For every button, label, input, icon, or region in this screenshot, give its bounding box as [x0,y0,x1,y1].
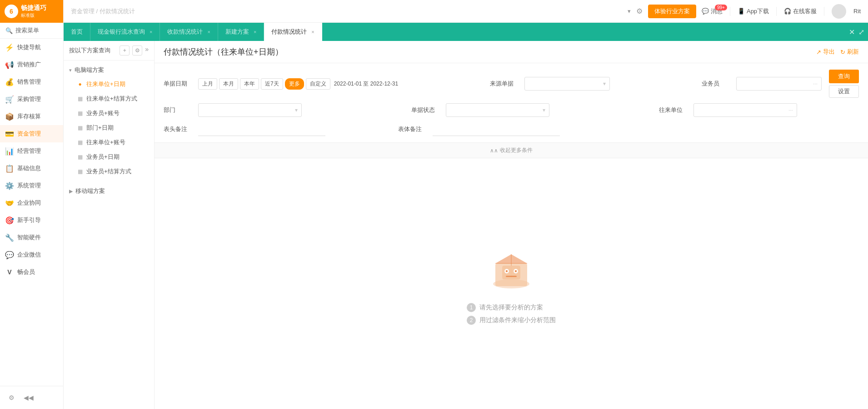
last-month-btn[interactable]: 上月 [198,78,217,90]
sales-icon: 💰 [5,78,14,86]
scheme-settings-btn[interactable]: ⚙ [132,45,142,56]
scheme-table-icon-1: ▦ [76,95,84,102]
main-area: 资金管理 / 付款情况统计 ▾ ⚙ 体验行业方案 💬 消息 99+ 📱 App下… [64,0,868,409]
filter-row-2: 部门 ▾ 单据状态 ▾ 往来单位 ··· [164,103,859,117]
tab-receipt-close[interactable]: × [207,29,210,35]
export-btn[interactable]: ↗ 导出 [816,48,835,56]
page-header-actions: ↗ 导出 ↻ 刷新 [816,48,859,56]
guide-icon: 🎯 [5,216,14,224]
sidebar-item-quick-nav[interactable]: ⚡ 快捷导航 [0,39,63,56]
svg-point-8 [506,270,508,272]
empty-svg [484,243,539,298]
note-header-label: 表头备注 [164,125,191,133]
sidebar-item-company[interactable]: 🤝 企业协同 [0,194,63,212]
salesman-ellipsis-icon: ··· [813,81,818,87]
topbar-dropdown[interactable]: ▾ [628,8,631,15]
custom-btn[interactable]: 自定义 [306,78,330,90]
scheme-item-counterpart-date[interactable]: ● 往来单位+日期 [64,77,154,91]
counterpart-select[interactable]: ··· [693,103,797,117]
mobile-group-label: 移动端方案 [75,187,105,195]
settings-btn[interactable]: 设置 [829,85,859,98]
this-year-btn[interactable]: 本年 [240,78,259,90]
sidebar-item-basic[interactable]: 📋 基础信息 [0,160,63,177]
scheme-item-counterpart-account[interactable]: ▦ 往来单位+账号 [64,135,154,150]
collapse-icon: ∧∧ [490,147,498,154]
sidebar-item-guide[interactable]: 🎯 新手引导 [0,212,63,229]
basic-icon: 📋 [5,164,14,172]
tab-payment[interactable]: 付款情况统计 × [264,23,322,41]
scheme-group-mobile-title[interactable]: ▶ 移动端方案 [64,184,154,198]
service-btn[interactable]: 🎧 在线客服 [784,7,817,15]
tab-home[interactable]: 首页 [64,23,90,41]
topbar-gear-btn[interactable]: ⚙ [636,7,643,15]
app-download-btn[interactable]: 📱 App下载 [738,7,769,15]
tab-expand-btn[interactable]: ⤢ [858,28,864,36]
scheme-item-label-4: 往来单位+账号 [86,138,125,146]
topbar-breadcrumb: 资金管理 / 付款情况统计 [71,7,622,15]
user-name[interactable]: Rit [853,8,861,15]
note-body-input[interactable] [433,122,560,136]
divider-2 [776,7,777,16]
sidebar-item-marketing[interactable]: 📢 营销推广 [0,56,63,73]
tab-payment-close[interactable]: × [311,29,314,35]
tab-close-all-btn[interactable]: ✕ [849,28,855,36]
sidebar-item-inventory[interactable]: 📦 库存核算 [0,108,63,125]
app-icon: 📱 [738,8,745,15]
query-btn[interactable]: 查询 [829,70,859,83]
collapse-sidebar-btn[interactable]: ◀◀ [22,391,35,404]
message-btn[interactable]: 💬 消息 99+ [702,7,723,15]
settings-footer-btn[interactable]: ⚙ [5,391,18,404]
scheme-group-desktop-title[interactable]: ▾ 电脑端方案 [64,63,154,77]
salesman-select[interactable]: ··· [736,77,822,91]
scheme-item-salesman-account[interactable]: ▦ 业务员+账号 [64,106,154,121]
sidebar-item-operation[interactable]: 📊 经营管理 [0,142,63,160]
svg-point-9 [515,270,517,272]
tab-new-scheme-label: 新建方案 [225,28,249,36]
doc-status-select[interactable]: ▾ [446,103,549,117]
svg-rect-10 [506,276,517,277]
tab-new-scheme-close[interactable]: × [254,29,256,35]
trial-scheme-btn[interactable]: 体验行业方案 [648,5,696,18]
tab-bank[interactable]: 现金银行流水查询 × [90,23,160,41]
operation-icon: 📊 [5,147,14,155]
service-label: 在线客服 [793,7,817,15]
last-7days-btn[interactable]: 近7天 [261,78,283,90]
inventory-label: 库存核算 [17,112,41,121]
note-header-input[interactable] [198,122,325,136]
collapse-text: 收起更多条件 [500,146,533,154]
sidebar-item-system[interactable]: ⚙️ 系统管理 [0,177,63,194]
sidebar-item-vip[interactable]: V 畅会员 [0,263,63,281]
this-month-btn[interactable]: 本月 [219,78,238,90]
scheme-table-icon-5: ▦ [76,153,84,161]
scheme-item-dept-date[interactable]: ▦ 部门+日期 [64,121,154,135]
scheme-add-btn[interactable]: + [120,45,130,56]
service-icon: 🎧 [784,8,791,15]
operation-label: 经营管理 [17,147,41,155]
more-btn[interactable]: 更多 [285,78,304,90]
sidebar-item-capital[interactable]: 💳 资金管理 [0,125,63,142]
tab-new-scheme[interactable]: 新建方案 × [218,23,264,41]
empty-tip-2: 2 用过滤条件来缩小分析范围 [467,316,556,325]
scheme-collapse-btn[interactable]: » [145,45,149,56]
collapse-bar[interactable]: ∧∧ 收起更多条件 [155,143,868,158]
source-select[interactable]: ▾ [524,77,610,91]
sidebar-item-hardware[interactable]: 🔧 智能硬件 [0,229,63,246]
scheme-item-salesman-date[interactable]: ▦ 业务员+日期 [64,150,154,164]
sidebar-item-purchase[interactable]: 🛒 采购管理 [0,91,63,108]
search-menu[interactable]: 🔍 搜索菜单 [0,23,63,39]
tab-receipt[interactable]: 收款情况统计 × [160,23,218,41]
hardware-label: 智能硬件 [17,233,41,242]
topbar: 资金管理 / 付款情况统计 ▾ ⚙ 体验行业方案 💬 消息 99+ 📱 App下… [64,0,868,23]
sidebar-item-weixin[interactable]: 💬 企业微信 [0,246,63,263]
refresh-btn[interactable]: ↻ 刷新 [840,48,859,56]
scheme-header: 按以下方案查询 + ⚙ » [64,41,154,61]
tab-bank-label: 现金银行流水查询 [98,28,145,36]
tab-bank-close[interactable]: × [150,29,152,35]
doc-status-chevron-icon: ▾ [543,107,545,113]
dept-chevron-icon: ▾ [295,107,298,113]
dept-select[interactable]: ▾ [198,103,302,117]
scheme-item-counterpart-settlement[interactable]: ▦ 往来单位+结算方式 [64,91,154,106]
scheme-header-title: 按以下方案查询 [69,46,116,55]
sidebar-item-sales[interactable]: 💰 销售管理 [0,73,63,91]
scheme-item-salesman-settlement[interactable]: ▦ 业务员+结算方式 [64,164,154,179]
